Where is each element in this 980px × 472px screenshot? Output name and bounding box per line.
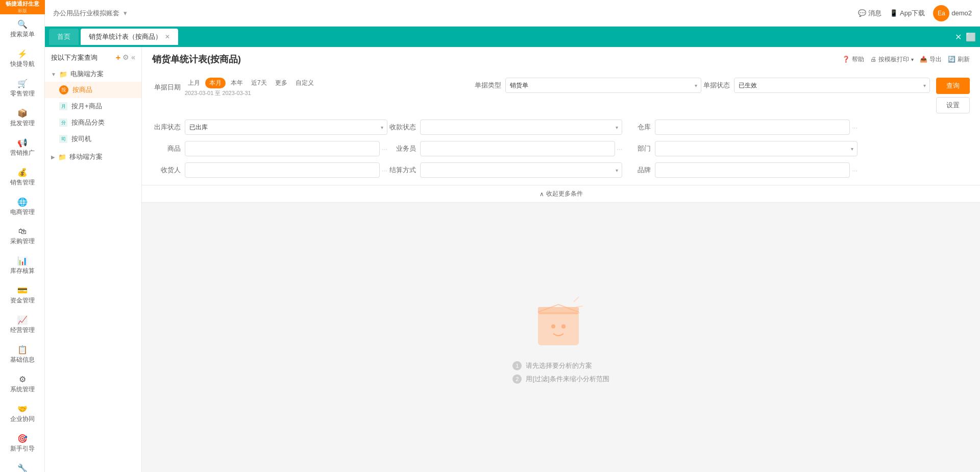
sidebar-item-quicknav[interactable]: ⚡ 快捷导航	[0, 44, 44, 74]
tab-maximize-button[interactable]: ⬜	[966, 32, 976, 42]
workspace-name: 办公用品行业模拟账套	[53, 9, 119, 18]
help-button[interactable]: ❓ 帮助	[842, 55, 864, 64]
export-icon: 📤	[920, 56, 927, 63]
goods-more-icon[interactable]: ···	[382, 145, 387, 153]
collapse-bar[interactable]: ∧ 收起更多条件	[142, 185, 980, 203]
date-btn-thismonth[interactable]: 本月	[205, 78, 226, 88]
date-label: 单据日期	[152, 83, 181, 92]
export-button[interactable]: 📤 导出	[920, 55, 942, 64]
scheme-item-by-goods-cat[interactable]: 分 按商品分类	[45, 114, 141, 131]
filter-row-3: 商品 ··· 业务员 ··· 部门	[152, 141, 970, 156]
brand-input[interactable]	[655, 162, 850, 178]
date-btn-7days[interactable]: 近7天	[248, 78, 270, 88]
receiver-input[interactable]	[185, 162, 380, 178]
scheme-item-by-driver[interactable]: 司 按司机	[45, 131, 141, 147]
sidebar-item-purchase[interactable]: 🛍 采购管理	[0, 222, 44, 251]
sidebar-item-retail[interactable]: 🛒 零售管理	[0, 74, 44, 103]
sidebar-item-sales[interactable]: 💰 销售管理	[0, 162, 44, 192]
empty-state: 1 请先选择要分析的方案 2 用[过滤]条件来缩小分析范围	[142, 203, 980, 472]
date-section: 上月 本月 本年 近7天 更多 自定义 2023-03-01 至 2023-03…	[185, 78, 321, 97]
collapse-label: 收起更多条件	[546, 190, 583, 198]
search-icon: 🔍	[17, 19, 28, 29]
app-download-button[interactable]: 📱 App下载	[890, 9, 925, 18]
collapse-panel-button[interactable]: «	[131, 53, 135, 62]
tab-close-icon[interactable]: ✕	[165, 33, 170, 40]
filter-brand: 品牌 ···	[622, 162, 857, 178]
hint-num-1: 1	[512, 361, 522, 370]
settings-button[interactable]: 设置	[936, 97, 970, 113]
filter-payment-method: 结算方式 ▾	[387, 162, 623, 178]
page-title-area: 销货单统计表(按商品) ❓ 帮助 🖨 按模板打印 ▾ 📤	[142, 47, 980, 70]
svg-rect-1	[538, 307, 579, 314]
sidebar-label-sales: 销售管理	[10, 178, 35, 187]
date-btn-more[interactable]: 更多	[272, 78, 290, 88]
tab-close-window-button[interactable]: ✕	[955, 32, 962, 42]
sidebar-item-apps[interactable]: 🔧 应用中心	[0, 458, 44, 472]
scheme-item-by-month-goods[interactable]: 月 按月+商品	[45, 98, 141, 114]
filter-payment-status: 收款状态 ▾	[387, 120, 623, 135]
help-icon: ❓	[842, 56, 850, 63]
left-panel-header: 按以下方案查询 + ⚙ «	[45, 53, 141, 66]
goods-input[interactable]	[185, 141, 380, 156]
date-btn-custom[interactable]: 自定义	[292, 78, 317, 88]
doctype-select[interactable]: 销货单	[505, 78, 701, 93]
query-button[interactable]: 查询	[936, 78, 970, 94]
mobile-group-folder-icon: 📁	[58, 153, 66, 161]
date-btn-thisyear[interactable]: 本年	[228, 78, 246, 88]
docstatus-select[interactable]: 已生效	[734, 78, 930, 93]
empty-hint-text: 1 请先选择要分析的方案 2 用[过滤]条件来缩小分析范围	[512, 361, 609, 384]
dept-select[interactable]	[655, 141, 857, 156]
sidebar-item-search[interactable]: 🔍 搜索菜单	[0, 14, 44, 44]
print-arrow: ▾	[911, 57, 914, 62]
hint-text-1: 请先选择要分析的方案	[526, 361, 592, 370]
payment-method-select[interactable]	[420, 162, 623, 178]
settings-scheme-button[interactable]: ⚙	[122, 53, 129, 62]
tab-sales-stat[interactable]: 销货单统计表（按商品） ✕	[81, 29, 178, 45]
warehouse-more-icon[interactable]: ···	[852, 124, 857, 131]
sidebar-item-ecom[interactable]: 🌐 电商管理	[0, 192, 44, 222]
empty-illustration	[528, 292, 594, 353]
sidebar-item-finance[interactable]: 💳 资金管理	[0, 280, 44, 310]
brand-more-icon[interactable]: ···	[852, 167, 857, 174]
refresh-button[interactable]: 🔄 刷新	[948, 55, 970, 64]
salesperson-input[interactable]	[420, 141, 615, 156]
app-download-label: App下载	[900, 9, 925, 18]
sidebar-label-quicknav: 快捷导航	[10, 60, 35, 68]
sidebar-item-wholesale[interactable]: 📦 批发管理	[0, 103, 44, 133]
sidebar-item-inventory[interactable]: 📊 库存核算	[0, 251, 44, 280]
scheme-item-by-goods[interactable]: 按 按商品	[45, 82, 141, 98]
refresh-label: 刷新	[958, 55, 970, 64]
salesperson-more-icon[interactable]: ···	[617, 145, 623, 153]
sidebar-item-guide[interactable]: 🎯 新手引导	[0, 429, 44, 458]
sidebar-item-collab[interactable]: 🤝 企业协同	[0, 399, 44, 429]
svg-line-4	[574, 297, 579, 302]
warehouse-input[interactable]	[655, 120, 850, 135]
add-scheme-button[interactable]: +	[116, 53, 120, 62]
page-title: 销货单统计表(按商品)	[152, 53, 241, 65]
download-icon: 📱	[890, 9, 898, 17]
sidebar-item-system[interactable]: ⚙ 系统管理	[0, 369, 44, 399]
message-button[interactable]: 💬 消息	[858, 9, 881, 18]
date-btn-lastmonth[interactable]: 上月	[185, 78, 203, 88]
top-header: 办公用品行业模拟账套 ▾ 💬 消息 📱 App下载 Ea demo2	[45, 0, 980, 27]
receiver-more-icon[interactable]: ···	[382, 167, 387, 174]
print-button[interactable]: 🖨 按模板打印 ▾	[870, 55, 914, 64]
guide-icon: 🎯	[17, 434, 28, 443]
stock-status-select[interactable]: 已出库	[185, 120, 387, 135]
scheme-by-month-label: 按月+商品	[71, 102, 102, 111]
payment-status-select[interactable]	[420, 120, 623, 135]
app-logo[interactable]: 畅捷通好生意 标版	[0, 0, 45, 14]
sidebar-item-marketing[interactable]: 📢 营销推广	[0, 133, 44, 162]
tab-home[interactable]: 首页	[49, 29, 79, 45]
scheme-group-mobile: ▶ 📁 移动端方案	[45, 149, 141, 164]
sidebar-item-ops[interactable]: 📈 经营管理	[0, 310, 44, 340]
filter-stock-status: 出库状态 已出库 ▾	[152, 120, 387, 135]
user-profile[interactable]: Ea demo2	[933, 5, 972, 21]
brand-label: 品牌	[622, 166, 651, 175]
sidebar-item-basic[interactable]: 📋 基础信息	[0, 340, 44, 369]
system-icon: ⚙	[19, 374, 26, 384]
workspace-dropdown-icon[interactable]: ▾	[124, 9, 127, 17]
scheme-group-mobile-title[interactable]: ▶ 📁 移动端方案	[45, 149, 141, 164]
filter-row-2: 出库状态 已出库 ▾ 收款状态	[152, 120, 970, 135]
scheme-group-pc-title[interactable]: ▼ 📁 电脑端方案	[45, 66, 141, 82]
